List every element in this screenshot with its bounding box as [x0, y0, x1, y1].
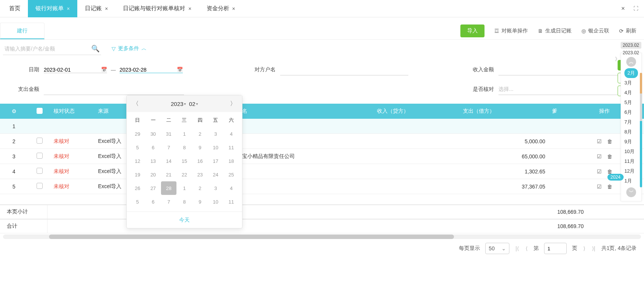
today-button[interactable]: 今天 — [179, 217, 190, 224]
calendar-day[interactable]: 9 — [192, 195, 208, 208]
search-input[interactable] — [5, 46, 91, 52]
calendar-day[interactable]: 1 — [176, 127, 192, 141]
calendar-day[interactable]: 8 — [176, 141, 192, 154]
first-page-button[interactable]: |⟨ — [515, 245, 520, 251]
calendar-day[interactable]: 2 — [192, 181, 208, 195]
timeline-down-button[interactable]: ︾ — [626, 187, 636, 197]
tab-reconcile[interactable]: 日记账与银行对账单核对× — [115, 0, 199, 17]
calendar-day[interactable]: 20 — [145, 168, 161, 181]
calendar-day[interactable]: 30 — [145, 127, 161, 141]
page-input[interactable] — [544, 243, 567, 254]
timeline-month[interactable]: 7月 — [624, 117, 638, 127]
last-page-button[interactable]: ⟩| — [591, 245, 596, 251]
calendar-day[interactable]: 4 — [224, 127, 239, 141]
calendar-day[interactable]: 6 — [145, 195, 161, 208]
check-row-icon[interactable]: ☑ — [597, 153, 602, 159]
expense-input[interactable] — [44, 84, 184, 95]
calendar-day[interactable]: 11 — [224, 141, 239, 154]
expand-timeline-icon[interactable]: 》 — [613, 55, 621, 63]
statement-ops-button[interactable]: ☲对账单操作 — [494, 28, 528, 34]
per-page-select[interactable]: 50⌄ — [485, 243, 509, 254]
tab-journal[interactable]: 日记账× — [77, 0, 115, 17]
close-icon[interactable]: × — [105, 6, 108, 12]
timeline-month[interactable]: 9月 — [624, 137, 638, 147]
fullscreen-icon[interactable]: ⛶ — [631, 4, 640, 13]
calendar-day[interactable]: 19 — [130, 168, 145, 181]
calendar-day[interactable]: 31 — [161, 127, 176, 141]
next-page-button[interactable]: ⟩ — [583, 245, 586, 251]
calendar-day[interactable]: 1 — [176, 181, 192, 195]
income-input[interactable] — [498, 64, 627, 75]
horizontal-scrollbar[interactable] — [0, 233, 644, 240]
timeline-month[interactable]: 6月 — [624, 107, 638, 117]
tab-home[interactable]: 首页 — [2, 0, 28, 17]
calendar-day[interactable]: 11 — [224, 195, 239, 208]
date-from-input[interactable] — [44, 67, 89, 73]
timeline-month[interactable]: 1月 — [624, 176, 638, 186]
calendar-day[interactable]: 7 — [161, 195, 176, 208]
calendar-day[interactable]: 12 — [130, 154, 145, 168]
matched-select[interactable]: 选择... ⌄ — [498, 84, 627, 95]
calendar-day[interactable]: 10 — [208, 141, 223, 154]
calendar-day[interactable]: 29 — [130, 127, 145, 141]
calendar-icon[interactable]: 📅 — [177, 67, 183, 72]
row-checkbox[interactable] — [37, 153, 43, 159]
timeline-month[interactable]: 3月 — [624, 78, 638, 88]
calendar-day[interactable]: 17 — [208, 154, 223, 168]
calendar-day[interactable]: 3 — [208, 181, 223, 195]
calendar-day[interactable]: 10 — [208, 195, 223, 208]
date-to-input[interactable] — [120, 67, 165, 73]
timeline-month[interactable]: 5月 — [624, 98, 638, 107]
check-row-icon[interactable]: ☑ — [597, 138, 602, 144]
calendar-day[interactable]: 23 — [192, 168, 208, 181]
tab-bank-statement[interactable]: 银行对账单× — [28, 0, 77, 17]
timeline-month[interactable]: 2月 — [624, 68, 638, 78]
timeline-month[interactable]: 10月 — [624, 147, 638, 156]
calendar-day[interactable]: 5 — [130, 141, 145, 154]
date-to-field[interactable]: 📅 — [120, 67, 183, 73]
scroll-thumb[interactable] — [49, 234, 454, 239]
calendar-day[interactable]: 22 — [176, 168, 192, 181]
timeline-up-button[interactable]: ︽ — [626, 57, 636, 67]
calendar-day[interactable]: 3 — [208, 127, 223, 141]
close-icon[interactable]: × — [188, 6, 191, 12]
calendar-day[interactable]: 25 — [224, 168, 239, 181]
sub-tab-bank[interactable]: 建行 — [0, 23, 44, 39]
calendar-day[interactable]: 15 — [176, 154, 192, 168]
calendar-day[interactable]: 13 — [145, 154, 161, 168]
calendar-icon[interactable]: 📅 — [101, 67, 107, 72]
calendar-day[interactable]: 21 — [161, 168, 176, 181]
calendar-day[interactable]: 8 — [176, 195, 192, 208]
row-checkbox[interactable] — [37, 168, 43, 174]
calendar-day[interactable]: 6 — [145, 141, 161, 154]
calendar-day[interactable]: 16 — [192, 154, 208, 168]
calendar-day[interactable]: 2 — [192, 127, 208, 141]
select-all-checkbox[interactable] — [37, 108, 43, 114]
row-checkbox[interactable] — [37, 183, 43, 189]
delete-row-icon[interactable]: 🗑 — [607, 184, 612, 190]
delete-row-icon[interactable]: 🗑 — [607, 138, 612, 144]
close-icon[interactable]: × — [232, 6, 235, 12]
bank-cloud-button[interactable]: ◎银企云联 — [581, 28, 609, 34]
calendar-day[interactable]: 7 — [161, 141, 176, 154]
more-filter-toggle[interactable]: ▽ 更多条件 ︿ — [112, 45, 147, 52]
calendar-day[interactable]: 24 — [208, 168, 223, 181]
import-button[interactable]: 导入 — [460, 25, 485, 37]
check-row-icon[interactable]: ☑ — [597, 184, 602, 190]
calendar-day[interactable]: 4 — [224, 181, 239, 195]
settings-column-icon[interactable]: ⚙ — [0, 108, 28, 114]
calendar-day[interactable]: 28 — [161, 181, 176, 195]
gen-journal-button[interactable]: 🗎生成日记账 — [538, 28, 572, 34]
row-checkbox[interactable] — [37, 138, 43, 144]
month-select[interactable]: 02▾ — [189, 101, 198, 107]
timeline-month[interactable]: 11月 — [624, 156, 638, 166]
search-icon[interactable]: 🔍 — [91, 44, 100, 53]
tab-analysis[interactable]: 资金分析× — [199, 0, 243, 17]
refresh-button[interactable]: ⟳刷新 — [619, 28, 636, 34]
check-row-icon[interactable]: ☑ — [597, 169, 602, 175]
calendar-day[interactable]: 18 — [224, 154, 239, 168]
calendar-day[interactable]: 14 — [161, 154, 176, 168]
counterparty-input[interactable] — [280, 64, 408, 75]
prev-page-button[interactable]: ⟨ — [525, 245, 528, 251]
prev-month-button[interactable]: 〈 — [128, 95, 143, 112]
